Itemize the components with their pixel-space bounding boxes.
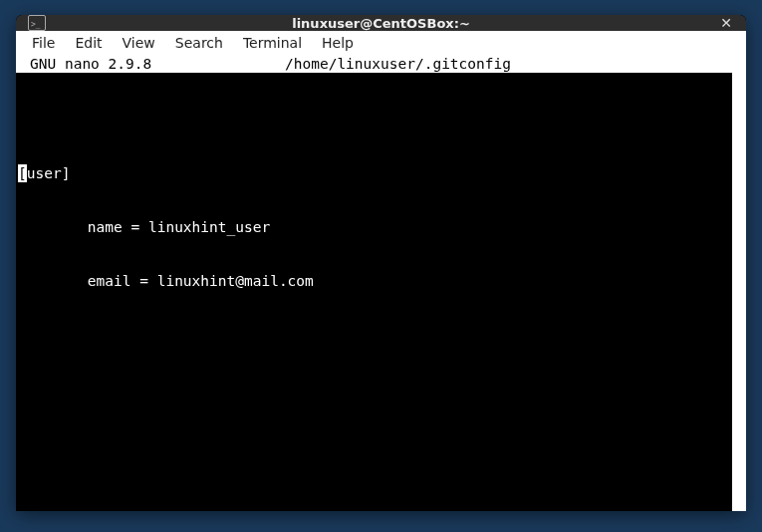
menu-edit[interactable]: Edit: [65, 31, 112, 55]
menu-file[interactable]: File: [22, 31, 65, 55]
nano-file-path: /home/linuxuser/.gitconfig: [285, 55, 511, 73]
menu-search[interactable]: Search: [165, 31, 233, 55]
window-title: linuxuser@CentOSBox:~: [292, 16, 470, 31]
terminal-area[interactable]: GNU nano 2.9.8 /home/linuxuser/.gitconfi…: [16, 55, 746, 511]
scrollbar[interactable]: [732, 55, 746, 511]
menu-terminal[interactable]: Terminal: [233, 31, 312, 55]
close-icon[interactable]: ✕: [716, 15, 736, 31]
editor-line-1: [user]: [16, 164, 746, 182]
cursor: [: [18, 164, 27, 182]
nano-header: GNU nano 2.9.8 /home/linuxuser/.gitconfi…: [16, 55, 732, 73]
line1-text: user]: [27, 165, 71, 181]
terminal-icon: [28, 15, 46, 31]
editor-body[interactable]: [user] name = linuxhint_user email = lin…: [16, 73, 746, 511]
menu-help[interactable]: Help: [312, 31, 364, 55]
nano-version: GNU nano 2.9.8: [20, 55, 151, 73]
blank-line: [16, 111, 746, 129]
editor-empty-area: [16, 326, 746, 511]
editor-line-2: name = linuxhint_user: [16, 218, 746, 236]
menubar: File Edit View Search Terminal Help: [16, 31, 746, 55]
titlebar: linuxuser@CentOSBox:~ ✕: [16, 15, 746, 31]
editor-line-3: email = linuxhint@mail.com: [16, 272, 746, 290]
terminal-window: linuxuser@CentOSBox:~ ✕ File Edit View S…: [16, 15, 746, 511]
menu-view[interactable]: View: [113, 31, 165, 55]
